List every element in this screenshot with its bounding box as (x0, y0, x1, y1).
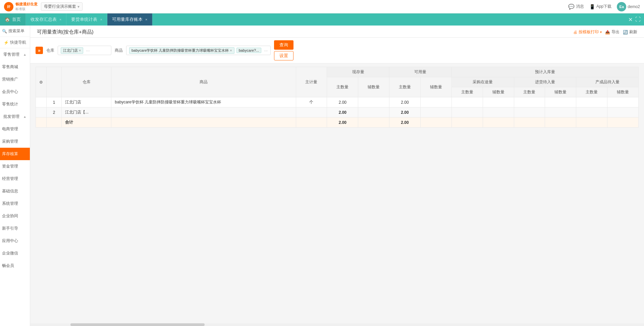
logo-sub: 标准版 (15, 7, 38, 11)
sidebar-item-app-center[interactable]: 应用中心 (0, 235, 30, 247)
th-index (47, 67, 62, 97)
sidebar-item-purchase[interactable]: 采购管理 (0, 135, 30, 148)
sidebar-item-marketing[interactable]: 营销推广 (0, 73, 30, 86)
footer-inbound-main (514, 118, 545, 128)
cell-index: 1 (47, 97, 62, 107)
table-area: ⚙ 仓库 商品 主计量 现存量 可用量 预计入库量 主数量 辅数量 主数量 辅数… (30, 63, 644, 323)
footer-inbound-aux (545, 118, 576, 128)
footer-purchase-main (451, 118, 483, 128)
user-area[interactable]: Ea demo2 (617, 2, 640, 11)
th-purchase-transit: 采购在途量 (451, 77, 514, 87)
sidebar-quick-nav[interactable]: ⚡ 快捷导航 (0, 37, 30, 48)
cell-product: babycare学饮杯 儿童防摔防撞吸管杯重力球吸嘴杯宝宝水杯 (111, 97, 296, 107)
table-row: 1 江北门店 babycare学饮杯 儿童防摔防撞吸管杯重力球吸嘴杯宝宝水杯 个… (36, 97, 639, 107)
sidebar-purchase-label: 采购管理 (2, 139, 18, 144)
product-filter-box[interactable]: babycare学饮杯 儿童防摔防撞吸管杯重力球吸嘴杯宝宝水杯 × babyca… (126, 46, 271, 55)
tab-order-stats-label: 要货单统计表 (71, 16, 97, 22)
tab-inventory-close[interactable]: × (145, 17, 147, 21)
sidebar-arrow-wholesale: ▲ (23, 115, 26, 119)
sidebar-item-enterprise[interactable]: 企业协同 (0, 210, 30, 222)
sidebar: 🔍 搜索菜单 ⚡ 快捷导航 零售管理 ▲ 零售商城 营销推广 会员中心 零售统计… (0, 26, 30, 326)
sidebar-item-retail-mall[interactable]: 零售商城 (0, 61, 30, 73)
expand-filter-btn[interactable]: » (36, 47, 43, 54)
sidebar-item-enterprise-wx[interactable]: 企业微信 (0, 247, 30, 260)
sidebar-item-retail-stats[interactable]: 零售统计 (0, 98, 30, 110)
sidebar-member2-label: 畅会员 (2, 263, 14, 269)
sidebar-arrow-retail: ▲ (23, 53, 26, 56)
sidebar-enterprise-label: 企业协同 (2, 213, 18, 219)
cell-warehouse: 江北门店 (62, 97, 111, 107)
close-tab-icon[interactable]: ✕ (628, 16, 633, 23)
th-purchase-aux: 辅数量 (483, 87, 514, 97)
th-purchase-main: 主数量 (451, 87, 483, 97)
cell-stock-main: 2.00 (327, 97, 358, 107)
sidebar-item-new-guide[interactable]: 新手引导 (0, 222, 30, 235)
th-goods-inbound: 进货待入量 (514, 77, 576, 87)
sidebar-item-ops[interactable]: 经营管理 (0, 173, 30, 185)
warehouse-more-btn[interactable]: ··· (86, 48, 90, 53)
sidebar-item-wholesale[interactable]: 批发管理 ▲ (0, 110, 30, 123)
sidebar-item-system[interactable]: 系统管理 (0, 197, 30, 210)
warehouse-filter-label: 仓库 (46, 48, 54, 53)
sidebar-item-member[interactable]: 会员中心 (0, 86, 30, 98)
th-stock-aux: 辅数量 (358, 77, 389, 97)
tab-receipts[interactable]: 收发存汇总表 × (26, 13, 66, 26)
cell-product-main (576, 97, 607, 107)
footer-label: 合计 (62, 118, 111, 128)
data-table: ⚙ 仓库 商品 主计量 现存量 可用量 预计入库量 主数量 辅数量 主数量 辅数… (36, 67, 639, 128)
sidebar-system-label: 系统管理 (2, 201, 18, 206)
th-product-main: 主数量 (576, 87, 607, 97)
th-inbound-main: 主数量 (514, 87, 545, 97)
sidebar-ops-label: 经营管理 (2, 176, 18, 182)
sidebar-enterprise-wx-label: 企业微信 (2, 250, 18, 256)
cell-settings-2 (36, 107, 47, 118)
sidebar-nav-label: 快捷导航 (10, 40, 26, 45)
tab-order-stats[interactable]: 要货单统计表 × (66, 13, 107, 26)
settings-btn[interactable]: 设置 (274, 51, 293, 60)
refresh-icon: 🔄 (623, 30, 628, 35)
download-action[interactable]: 📱 App下载 (589, 4, 611, 9)
sidebar-wholesale-label: 批发管理 (3, 114, 19, 120)
company-name: 母婴行业演示账套 (44, 4, 76, 9)
warehouse-filter-box[interactable]: 江北门店 × ··· (58, 46, 111, 55)
tab-home[interactable]: 🏠 首页 (0, 13, 26, 26)
cell-product-aux-2 (607, 107, 639, 118)
refresh-btn[interactable]: 🔄 刷新 (623, 29, 637, 35)
sidebar-item-member2[interactable]: 畅会员 (0, 260, 30, 272)
query-btn[interactable]: 查询 (274, 40, 293, 50)
footer-purchase-aux (483, 118, 514, 128)
cell-stock-aux (358, 97, 389, 107)
search-icon: 🔍 (2, 29, 7, 34)
message-action[interactable]: 💬 消息 (568, 4, 584, 10)
sidebar-search[interactable]: 🔍 搜索菜单 (0, 26, 30, 37)
tab-receipts-close[interactable]: × (59, 17, 61, 21)
th-product-inbound: 产成品待入量 (576, 77, 639, 87)
horizontal-scrollbar[interactable] (30, 323, 644, 326)
sidebar-item-inventory-mgmt[interactable]: 库存核算 (0, 148, 30, 160)
print-icon: 🖨 (573, 30, 577, 35)
main-layout: 🔍 搜索菜单 ⚡ 快捷导航 零售管理 ▲ 零售商城 营销推广 会员中心 零售统计… (0, 26, 644, 326)
sidebar-item-base-info[interactable]: 基础信息 (0, 185, 30, 197)
th-avail-aux: 辅数量 (420, 77, 451, 97)
sidebar-new-guide-label: 新手引导 (2, 226, 18, 231)
scrollbar-thumb[interactable] (70, 323, 205, 326)
tab-order-stats-close[interactable]: × (100, 17, 102, 21)
cell-inbound-main-2 (514, 107, 545, 118)
tab-inventory[interactable]: 可用量库存账本 × (107, 13, 152, 26)
print-template-btn[interactable]: 🖨 按模板打印 ▾ (573, 29, 602, 35)
expand-icon[interactable]: ⛶ (635, 16, 641, 22)
product-tag-1-remove[interactable]: × (230, 48, 232, 52)
cell-purchase-main (451, 97, 483, 107)
sidebar-finance-label: 资金管理 (2, 164, 18, 169)
warehouse-tag-remove[interactable]: × (79, 48, 81, 52)
nav-icon: ⚡ (4, 40, 9, 45)
cell-avail-main: 2.00 (389, 97, 421, 107)
sidebar-item-retail-mgmt[interactable]: 零售管理 ▲ (0, 48, 30, 61)
cell-inbound-aux-2 (545, 107, 576, 118)
export-btn[interactable]: 📤 导出 (605, 29, 620, 35)
product-more-btn[interactable]: ··· (264, 48, 268, 53)
footer-product-main (576, 118, 607, 128)
company-selector[interactable]: 母婴行业演示账套 ▾ (41, 2, 83, 11)
sidebar-item-ecommerce[interactable]: 电商管理 (0, 123, 30, 135)
sidebar-item-finance[interactable]: 资金管理 (0, 160, 30, 173)
